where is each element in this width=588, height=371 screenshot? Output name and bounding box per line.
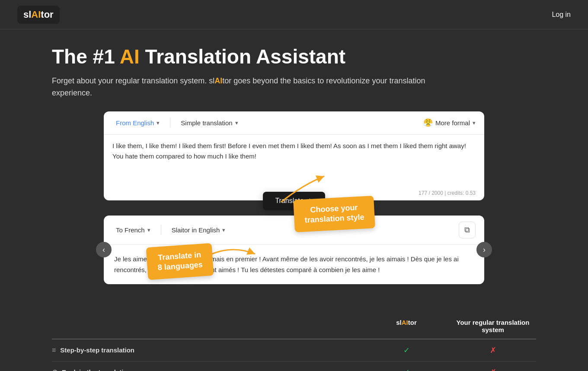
- hero-title-prefix: The #1: [52, 45, 120, 68]
- translation-type-chevron-icon: ▾: [235, 120, 238, 126]
- comparison-regular-col: Your regular translation system: [450, 319, 536, 333]
- source-language-chevron-icon: ▾: [157, 120, 160, 126]
- card-area: From English ▾ Simple translation ▾ 😤 Mo…: [52, 111, 536, 284]
- copy-icon: ⧉: [464, 225, 470, 235]
- slaitor-lang-chevron-icon: ▾: [222, 227, 225, 233]
- hero-section: The #1 AI Translation Assistant Forget a…: [0, 29, 588, 296]
- carousel-next-button[interactable]: ›: [476, 242, 492, 257]
- logo-ai: AI: [31, 9, 41, 20]
- feature-explain: ⊘ Explain the translation: [52, 368, 363, 371]
- translate-languages-text: Translate in8 languages: [157, 250, 203, 272]
- explain-icon: ⊘: [52, 368, 58, 371]
- source-language-select[interactable]: From English ▾: [112, 117, 163, 128]
- comparison-header: slAItor Your regular translation system: [52, 314, 536, 339]
- translate-languages-callout: Translate in8 languages: [146, 243, 214, 280]
- hero-description: Forget about your regular translation sy…: [52, 75, 441, 99]
- col-slaitor-ai: AI: [402, 319, 408, 326]
- target-language-select[interactable]: To French ▾: [112, 225, 154, 235]
- style-select[interactable]: 😤 More formal ▾: [423, 118, 476, 127]
- translate-arrow-icon: [208, 241, 259, 267]
- hero-title: The #1 AI Translation Assistant: [52, 45, 536, 68]
- step-icon: ≡: [52, 346, 56, 354]
- comparison-slaitor-col: slAItor: [363, 319, 450, 333]
- style-chevron-icon: ▾: [473, 120, 476, 126]
- feature-label: Explain the translation: [62, 368, 131, 371]
- login-button[interactable]: Log in: [552, 11, 571, 19]
- comparison-section: slAItor Your regular translation system …: [52, 314, 536, 371]
- feature-label: Step-by-step translation: [60, 346, 134, 354]
- source-language-label: From English: [116, 119, 154, 127]
- table-row: ⊘ Explain the translation ✓ ✗: [52, 361, 536, 371]
- divider: [170, 117, 170, 128]
- choose-style-callout: Choose yourtranslation style: [293, 196, 375, 232]
- top-bar: From English ▾ Simple translation ▾ 😤 Mo…: [104, 111, 484, 135]
- copy-button[interactable]: ⧉: [459, 222, 476, 238]
- logo-suffix: tor: [41, 9, 53, 20]
- carousel-prev-button[interactable]: ‹: [96, 242, 112, 257]
- regular-cross-step: ✗: [450, 346, 536, 355]
- header: slAItor Log in: [0, 0, 588, 29]
- hero-desc-ai: AI: [214, 76, 222, 85]
- feature-step-by-step: ≡ Step-by-step translation: [52, 346, 363, 354]
- slaitor-check-step: ✓: [363, 346, 450, 355]
- comparison-feature-col: [52, 319, 363, 333]
- translation-type-label: Simple translation: [181, 119, 232, 127]
- style-group: 😤 More formal ▾: [423, 118, 476, 127]
- hero-title-ai: AI: [120, 45, 140, 68]
- target-language-chevron-icon: ▾: [147, 227, 150, 233]
- slaitor-lang-label: Slaitor in English: [172, 226, 220, 234]
- choose-style-text: Choose yourtranslation style: [304, 203, 364, 225]
- col-slaitor-prefix: sl: [396, 319, 402, 326]
- slaitor-check-explain: ✓: [363, 368, 450, 371]
- hero-desc-prefix: Forget about your regular translation sy…: [52, 76, 214, 85]
- slaitor-lang-select[interactable]: Slaitor in English ▾: [168, 225, 229, 235]
- table-row: ≡ Step-by-step translation ✓ ✗: [52, 339, 536, 361]
- logo: slAItor: [17, 6, 60, 24]
- hero-title-suffix: Translation Assistant: [140, 45, 345, 68]
- logo-prefix: sl: [23, 9, 31, 20]
- target-language-label: To French: [116, 226, 145, 234]
- col-slaitor-suffix: tor: [408, 319, 417, 326]
- regular-cross-explain: ✗: [450, 368, 536, 371]
- output-divider: [161, 225, 161, 235]
- style-label: More formal: [435, 119, 470, 127]
- translation-type-select[interactable]: Simple translation ▾: [177, 117, 241, 128]
- style-emoji: 😤: [423, 118, 433, 127]
